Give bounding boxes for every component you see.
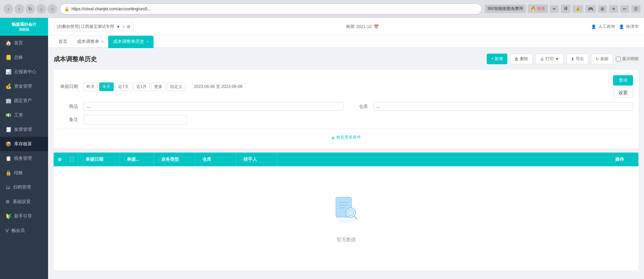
nav-icon-salary: 💵	[5, 112, 11, 118]
scissors-tool[interactable]: ✂	[550, 5, 559, 13]
browser-nav-buttons: ‹ › ↻ ⌂ ☆	[3, 4, 57, 14]
menu-tool[interactable]: ☰	[631, 5, 641, 13]
top-bar: (勿删勿禁用) 江西服宝测试专用 ▼ + ⚙ 账期 2021-10 📅 👤 人工…	[48, 18, 644, 36]
query-button[interactable]: 查询	[613, 75, 633, 86]
tab-cost-adjust-close[interactable]: ×	[101, 40, 103, 44]
sidebar-item-assets[interactable]: 🏢固定资产	[0, 93, 48, 108]
grid-tool[interactable]: ⊞	[598, 5, 607, 13]
tab-cost-adjust[interactable]: 成本调整单 ×	[72, 36, 108, 48]
consultant-btn[interactable]: 👤 人工咨询	[591, 24, 615, 30]
hot-search-btn[interactable]: 🔥 热搜	[528, 4, 548, 13]
nav-icon-guide: 🔰	[5, 213, 11, 219]
date-btn-more[interactable]: 更多	[151, 82, 166, 91]
bookmark-button[interactable]: ☆	[47, 4, 57, 14]
nav-label-home: 首页	[14, 40, 23, 46]
date-btn-1month[interactable]: 近1月	[133, 82, 150, 91]
th-warehouse[interactable]: ↕ 仓库	[195, 153, 236, 166]
table-header: ⚙ ↕ 单据日期 ↕ 单据... ↕ 业务类型	[54, 153, 639, 166]
page-content: 成本调整单历史 + 新增 🗑 删除 🖨 打印 ▼ ⬆ 导出	[48, 48, 644, 279]
undo-tool[interactable]: ↩	[620, 5, 629, 13]
sidebar-item-vip[interactable]: V畅会员	[0, 223, 48, 238]
user-avatar-icon: 👤	[619, 24, 624, 29]
new-button[interactable]: + 新增	[487, 54, 507, 64]
print-button[interactable]: 🖨 打印 ▼	[535, 54, 564, 64]
wallet-tool[interactable]: 💰	[573, 5, 583, 13]
remark-input[interactable]	[83, 115, 187, 124]
tab-home[interactable]: 首页	[54, 36, 72, 48]
nav-icon-inventory: 📦	[5, 141, 11, 147]
forward-button[interactable]: ›	[14, 4, 24, 14]
tab-cost-adjust-history[interactable]: 成本调整单历史 ×	[108, 36, 153, 48]
display-cols-checkbox[interactable]	[616, 57, 621, 62]
translate-tool[interactable]: 译	[561, 4, 570, 13]
sidebar-item-ledger[interactable]: 📒总账	[0, 50, 48, 65]
home-button[interactable]: ⌂	[36, 4, 46, 14]
tab-history-close[interactable]: ×	[146, 40, 148, 44]
collapse-label: 收起更多条件	[336, 134, 361, 140]
nav-label-assets: 固定资产	[14, 98, 32, 104]
th-type[interactable]: ↕ 业务类型	[154, 153, 195, 166]
th-num[interactable]: ↕ 单据...	[120, 153, 154, 166]
address-bar[interactable]: 🔒 https://cloud.chanjet.com/accounting/u…	[60, 3, 482, 14]
filter-row-date: 单据日期 昨天 今天 近7天 近1月 更多 自定义 2023-06-06 至 2…	[59, 75, 633, 98]
search-tool[interactable]: 360智能抠图免费用	[485, 4, 526, 13]
user-profile[interactable]: 👤 徐泽华	[619, 24, 639, 30]
filter-row-goods: 商品 ... 仓库 ...	[59, 102, 633, 111]
app-container: 畅捷通好会计 旗舰版 🏠首页📒总账📊云报表中心💰资金管理🏢固定资产💵工资🧾发票管…	[0, 18, 644, 279]
nav-icon-assets: 🏢	[5, 98, 11, 103]
filter-settings-button[interactable]: 设置	[613, 88, 633, 98]
date-btn-7days[interactable]: 近7天	[115, 82, 132, 91]
nav-icon-finance: 💰	[5, 83, 11, 89]
sidebar-item-invoice[interactable]: 🧾发票管理	[0, 122, 48, 137]
sidebar-item-guide[interactable]: 🔰新手引导	[0, 209, 48, 223]
warehouse-selector[interactable]: ...	[373, 102, 633, 111]
delete-icon: 🗑	[515, 57, 519, 62]
main-sidebar: 畅捷通好会计 旗舰版 🏠首页📒总账📊云报表中心💰资金管理🏢固定资产💵工资🧾发票管…	[0, 18, 48, 279]
back-button[interactable]: ‹	[3, 4, 13, 14]
th-checkbox[interactable]	[66, 153, 78, 166]
sidebar-item-settings[interactable]: ⚙基础设置	[0, 194, 48, 209]
refresh-button[interactable]: ↻ 刷新	[591, 54, 613, 64]
goods-selector[interactable]: ...	[83, 102, 343, 111]
collapse-btn[interactable]: ▲ 收起更多条件	[331, 132, 361, 143]
page-actions: + 新增 🗑 删除 🖨 打印 ▼ ⬆ 导出 ↻	[487, 54, 639, 64]
sidebar-item-tax[interactable]: 📋税务管理	[0, 151, 48, 166]
refresh-button[interactable]: ↻	[25, 4, 35, 14]
svg-point-0	[338, 220, 355, 223]
date-btn-custom[interactable]: 自定义	[167, 82, 185, 91]
th-settings[interactable]: ⚙	[54, 153, 66, 166]
empty-state: 暂无数据	[54, 166, 639, 270]
tab-history-label: 成本调整单历史	[113, 38, 144, 45]
th-handler[interactable]: ↕ 经手人	[236, 153, 278, 166]
export-button[interactable]: ⬆ 导出	[566, 54, 588, 64]
date-btn-yesterday[interactable]: 昨天	[83, 82, 98, 91]
sidebar-item-home[interactable]: 🏠首页	[0, 36, 48, 50]
sidebar-item-reports[interactable]: 📊云报表中心	[0, 65, 48, 79]
page-header: 成本调整单历史 + 新增 🗑 删除 🖨 打印 ▼ ⬆ 导出	[54, 54, 639, 64]
workspace-settings-icon[interactable]: ⚙	[127, 24, 131, 29]
th-date[interactable]: ↕ 单据日期	[78, 153, 120, 166]
goods-label: 商品	[59, 103, 78, 110]
collapse-icon: ▲	[331, 135, 335, 140]
calendar-icon[interactable]: 📅	[374, 24, 379, 29]
brightness-tool[interactable]: ☀	[609, 5, 618, 13]
game-tool[interactable]: 🎮	[585, 5, 596, 13]
nav-label-archive: 归档管理	[13, 184, 31, 190]
delete-button[interactable]: 🗑 删除	[510, 54, 533, 64]
header-checkbox[interactable]	[70, 157, 74, 162]
nav-icon-archive: 🗂	[5, 185, 10, 190]
logo-line1: 畅捷通好会计	[12, 22, 36, 27]
sidebar-item-inventory[interactable]: 📦库存核算	[0, 137, 48, 151]
workspace-selector[interactable]: (勿删勿禁用) 江西服宝测试专用 ▼ + ⚙	[54, 22, 134, 31]
display-cols-toggle[interactable]: 显示明细	[616, 56, 639, 62]
sort-up-icon: ↕	[82, 158, 84, 161]
sidebar-item-archive[interactable]: 🗂归档管理	[0, 180, 48, 194]
nav-label-ledger: 总账	[14, 54, 23, 60]
sidebar-item-closing[interactable]: 🔒结账	[0, 166, 48, 180]
top-bar-actions: 👤 人工咨询 👤 徐泽华	[591, 24, 639, 30]
sidebar-item-finance[interactable]: 💰资金管理	[0, 79, 48, 93]
workspace-add-icon[interactable]: +	[122, 24, 125, 29]
date-btn-today[interactable]: 今天	[99, 82, 114, 91]
sidebar-item-salary[interactable]: 💵工资	[0, 108, 48, 122]
tab-cost-adjust-label: 成本调整单	[77, 38, 99, 45]
